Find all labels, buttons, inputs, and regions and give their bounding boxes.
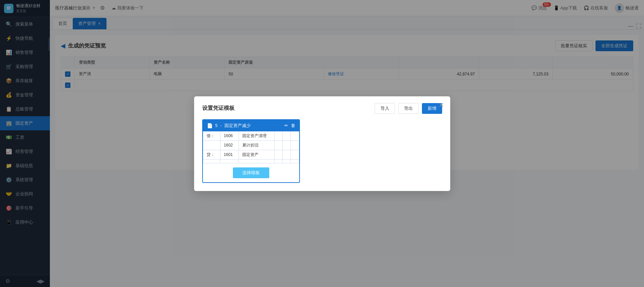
entry3-empty2 [283, 150, 291, 159]
template-delete-icon[interactable]: 🗑 [291, 123, 295, 128]
template-doc-icon: 📄 [207, 123, 213, 128]
template-entry-3: 贷： 1601 固定资产 [203, 150, 299, 159]
dialog-header: 设置凭证模板 导入 导出 新增 ✕ [194, 96, 450, 119]
entry3-code: 1601 [220, 150, 239, 159]
empty5 [283, 159, 291, 163]
entry2-code: 1602 [220, 140, 239, 150]
entry2-subject: 累计折旧 [239, 140, 275, 150]
empty6 [291, 159, 299, 163]
entry2-empty2 [283, 140, 291, 150]
entry1-direction: 借： [203, 131, 220, 141]
select-template-button[interactable]: 选择模板 [233, 167, 269, 178]
entry2-direction [203, 140, 220, 150]
entry3-direction: 贷： [203, 150, 220, 159]
entry3-empty1 [275, 150, 283, 159]
entry2-empty3 [291, 140, 299, 150]
overlay: 设置凭证模板 导入 导出 新增 ✕ 📄 5 - 固定资产减少 ✏ 🗑 [0, 0, 644, 287]
empty3 [239, 159, 275, 163]
template-card-header-actions: ✏ 🗑 [284, 123, 295, 128]
empty1 [203, 159, 220, 163]
dialog-title: 设置凭证模板 [202, 105, 235, 112]
empty2 [220, 159, 239, 163]
dialog: 设置凭证模板 导入 导出 新增 ✕ 📄 5 - 固定资产减少 ✏ 🗑 [194, 96, 450, 191]
entry3-subject: 固定资产 [239, 150, 275, 159]
empty4 [275, 159, 283, 163]
import-button[interactable]: 导入 [375, 103, 395, 114]
template-table: 借： 1606 固定资产清理 1602 累计折旧 [203, 131, 299, 163]
entry1-empty3 [291, 131, 299, 141]
dialog-body: 📄 5 - 固定资产减少 ✏ 🗑 借： 1606 固定资产清理 [194, 119, 450, 191]
template-edit-icon[interactable]: ✏ [284, 123, 288, 128]
dialog-close-icon[interactable]: ✕ [437, 101, 446, 109]
entry3-empty3 [291, 150, 299, 159]
entry2-empty1 [275, 140, 283, 150]
template-card-header: 📄 5 - 固定资产减少 ✏ 🗑 [203, 120, 299, 131]
dialog-header-actions: 导入 导出 新增 [375, 103, 442, 114]
template-name: 固定资产减少 [224, 123, 251, 129]
template-empty-row [203, 159, 299, 163]
template-number: 5 [215, 123, 218, 128]
entry1-code: 1606 [220, 131, 239, 141]
entry1-empty1 [275, 131, 283, 141]
entry1-subject: 固定资产清理 [239, 131, 275, 141]
template-entry-1: 借： 1606 固定资产清理 [203, 131, 299, 141]
template-card: 📄 5 - 固定资产减少 ✏ 🗑 借： 1606 固定资产清理 [202, 119, 300, 183]
export-button[interactable]: 导出 [398, 103, 419, 114]
template-entry-2: 1602 累计折旧 [203, 140, 299, 150]
entry1-empty2 [283, 131, 291, 141]
